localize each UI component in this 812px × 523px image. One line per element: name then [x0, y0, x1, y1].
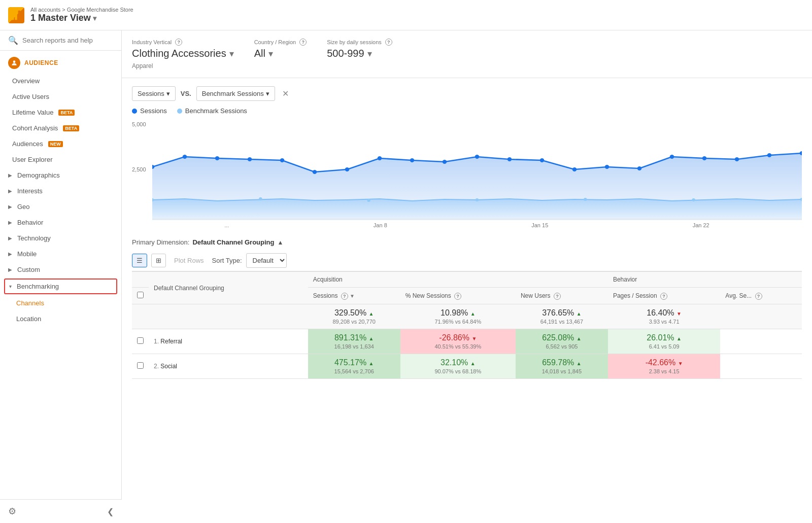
data-table: Default Channel Grouping Acquisition Beh… [132, 271, 802, 379]
benchmark-sessions-metric-button[interactable]: Benchmark Sessions ▾ [196, 86, 275, 101]
search-input[interactable] [22, 37, 113, 44]
sessions-metric-arrow: ▾ [166, 90, 170, 97]
search-bar[interactable]: 🔍 [0, 30, 121, 51]
behavior-expand-arrow: ▶ [8, 220, 12, 225]
row-checkbox-referral[interactable] [137, 337, 144, 344]
sidebar-item-cohort-analysis[interactable]: Cohort Analysis BETA [0, 120, 121, 136]
sidebar-item-overview[interactable]: Overview [0, 73, 121, 89]
select-all-checkbox[interactable] [137, 292, 144, 298]
header-channel: Default Channel Grouping [149, 272, 308, 304]
sidebar-item-demographics[interactable]: ▶ Demographics [0, 167, 121, 183]
sessions-header-help[interactable]: ? [341, 293, 348, 300]
sidebar-item-custom[interactable]: ▶ Custom [0, 262, 121, 277]
svg-point-30 [692, 198, 695, 201]
avg-session-header-help[interactable]: ? [755, 293, 762, 300]
benchmarking-expand-arrow: ▾ [9, 284, 12, 289]
size-daily-sessions-help[interactable]: ? [385, 39, 392, 46]
technology-expand-arrow: ▶ [8, 235, 12, 241]
top-header: All accounts > Google Merchandise Store … [0, 0, 812, 30]
country-region-dropdown[interactable]: All ▾ [254, 48, 307, 59]
benchmark-metric-arrow: ▾ [266, 90, 269, 97]
sidebar-item-location[interactable]: Location [0, 311, 121, 327]
grid-view-button[interactable]: ⊞ [151, 254, 166, 267]
sidebar-item-active-users[interactable]: Active Users [0, 89, 121, 104]
sidebar-item-behavior[interactable]: ▶ Behavior [0, 215, 121, 230]
metric-selectors: Sessions ▾ VS. Benchmark Sessions ▾ ✕ [132, 86, 802, 101]
channel-social: 2. Social [149, 354, 308, 379]
geo-expand-arrow: ▶ [8, 204, 12, 210]
benchmark-legend-dot [177, 109, 182, 114]
sidebar-footer: ⚙ ❮ [0, 499, 122, 523]
channel-referral: 1. Referral [149, 329, 308, 354]
primary-dimension-value: Default Channel Grouping [192, 238, 274, 246]
interests-expand-arrow: ▶ [8, 188, 12, 194]
sidebar-item-mobile[interactable]: ▶ Mobile [0, 246, 121, 262]
svg-point-26 [259, 197, 262, 200]
x-label-jan22: Jan 22 [693, 222, 709, 228]
country-region-filter: Country / Region ? All ▾ [254, 39, 307, 59]
sidebar-item-interests[interactable]: ▶ Interests [0, 183, 121, 199]
country-region-help[interactable]: ? [299, 39, 307, 46]
audience-header: AUDIENCE [0, 51, 121, 73]
x-label-start: ... [224, 222, 229, 228]
settings-gear-icon[interactable]: ⚙ [8, 506, 16, 517]
industry-vertical-dropdown[interactable]: Clothing Accessories ▾ [132, 48, 234, 59]
pages-header-help[interactable]: ? [660, 293, 667, 300]
beta-badge-lifetime: BETA [58, 110, 75, 116]
size-daily-sessions-dropdown[interactable]: 500-999 ▾ [327, 48, 392, 59]
industry-vertical-help[interactable]: ? [175, 39, 182, 46]
header-title-block: All accounts > Google Merchandise Store … [30, 7, 133, 23]
svg-point-8 [280, 158, 285, 162]
referral-new-users-cell: 625.08% ▲ 6,562 vs 905 [516, 329, 608, 354]
sidebar-item-benchmarking[interactable]: ▾ Benchmarking [4, 278, 117, 294]
vs-label: VS. [181, 90, 191, 97]
svg-point-29 [584, 198, 587, 201]
header-avg-session: Avg. Se... ? [720, 288, 802, 304]
svg-point-14 [475, 155, 480, 159]
beta-badge-cohort: BETA [63, 125, 79, 131]
svg-rect-2 [18, 10, 21, 19]
svg-point-9 [313, 170, 317, 174]
sidebar-collapse-icon[interactable]: ❮ [107, 507, 114, 516]
chart-legend: Sessions Benchmark Sessions [132, 107, 802, 115]
size-daily-sessions-filter: Size by daily sessions ? 500-999 ▾ [327, 39, 392, 59]
sidebar: 🔍 AUDIENCE Overview Active Users Lifetim… [0, 30, 122, 523]
sidebar-item-channels[interactable]: Channels [0, 295, 121, 311]
svg-point-11 [378, 156, 382, 160]
svg-point-22 [735, 157, 739, 161]
table-controls: ☰ ⊞ Plot Rows Sort Type: Default [132, 250, 802, 271]
row-checkbox-social[interactable] [137, 362, 144, 369]
audience-label: AUDIENCE [24, 59, 58, 66]
header-pct-new-sessions: % New Sessions ? [400, 288, 516, 304]
svg-point-16 [540, 158, 545, 162]
list-view-button[interactable]: ☰ [132, 254, 147, 267]
industry-vertical-filter: Industry Vertical ? Clothing Accessories… [132, 39, 234, 69]
sidebar-item-geo[interactable]: ▶ Geo [0, 199, 121, 215]
total-new-users-cell: 376.65% ▲ 64,191 vs 13,467 [516, 304, 608, 329]
new-users-header-help[interactable]: ? [554, 293, 561, 300]
sidebar-item-lifetime-value[interactable]: Lifetime Value BETA [0, 104, 121, 120]
dimension-collapse-arrow[interactable]: ▲ [277, 239, 283, 246]
header-behavior-group: Behavior [608, 272, 802, 288]
remove-metric-button[interactable]: ✕ [282, 89, 289, 98]
sessions-sort-icon[interactable]: ▼ [350, 293, 355, 299]
total-new-users-trend: ▲ [577, 311, 582, 317]
header-select-all[interactable] [132, 288, 149, 304]
industry-vertical-label: Industry Vertical [132, 39, 172, 45]
sidebar-item-user-explorer[interactable]: User Explorer [0, 152, 121, 167]
svg-point-6 [215, 156, 220, 160]
sort-type-select[interactable]: Default [246, 253, 287, 268]
svg-rect-0 [12, 15, 14, 20]
sidebar-item-audiences[interactable]: Audiences NEW [0, 136, 121, 152]
total-pages-trend: ▼ [676, 311, 682, 317]
master-view-dropdown[interactable]: 1 Master View ▾ [30, 13, 133, 23]
svg-rect-1 [15, 13, 17, 20]
sidebar-item-technology[interactable]: ▶ Technology [0, 230, 121, 246]
custom-expand-arrow: ▶ [8, 267, 12, 272]
svg-point-5 [183, 155, 187, 159]
country-region-arrow: ▾ [268, 48, 273, 59]
pct-new-header-help[interactable]: ? [454, 293, 461, 300]
primary-dimension-bar: Primary Dimension: Default Channel Group… [132, 232, 802, 250]
sessions-metric-button[interactable]: Sessions ▾ [132, 86, 176, 101]
total-pct-new-cell: 10.98% ▲ 71.96% vs 64.84% [400, 304, 516, 329]
